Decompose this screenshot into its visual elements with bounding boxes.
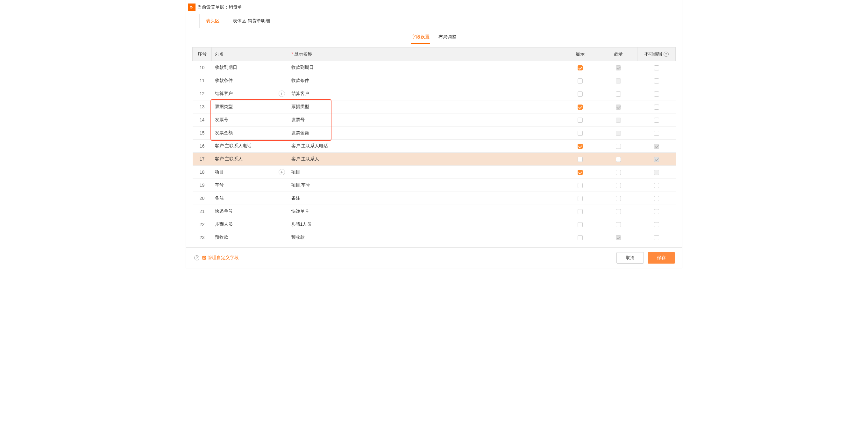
readonly-cell bbox=[638, 153, 676, 166]
show-cell bbox=[561, 101, 599, 113]
show-checkbox[interactable] bbox=[578, 118, 583, 123]
col-required: 必录 bbox=[599, 48, 638, 61]
table-row: 22步骤人员步骤1人员 bbox=[193, 218, 676, 231]
manage-custom-fields-link[interactable]: 管理自定义字段 bbox=[202, 255, 239, 261]
show-cell bbox=[561, 153, 599, 166]
show-checkbox[interactable] bbox=[578, 105, 583, 110]
show-checkbox[interactable] bbox=[578, 131, 583, 136]
readonly-checkbox[interactable] bbox=[654, 209, 659, 214]
cell-display-name[interactable]: 收款到期日 bbox=[288, 61, 561, 74]
subtab-1[interactable]: 布局调整 bbox=[438, 32, 457, 44]
footer-help-icon[interactable]: ? bbox=[194, 255, 199, 260]
required-cell bbox=[599, 113, 638, 126]
readonly-checkbox bbox=[654, 170, 659, 175]
tab-1[interactable]: 表体区-销货单明细 bbox=[226, 14, 277, 28]
add-child-button[interactable]: + bbox=[279, 169, 285, 175]
cell-display-name[interactable]: 客户.主联系人电话 bbox=[288, 140, 561, 153]
show-cell bbox=[561, 74, 599, 87]
required-checkbox bbox=[616, 78, 621, 84]
required-cell bbox=[599, 192, 638, 205]
required-checkbox[interactable] bbox=[616, 196, 621, 201]
required-checkbox[interactable] bbox=[616, 157, 621, 162]
table-row: 19车号项目.车号 bbox=[193, 179, 676, 192]
readonly-cell bbox=[638, 166, 676, 179]
show-checkbox[interactable] bbox=[578, 183, 583, 188]
cell-display-name[interactable]: 备注 bbox=[288, 192, 561, 205]
cell-display-name[interactable]: 客户.主联系人 bbox=[288, 153, 561, 166]
main-tabs: 表头区表体区-销货单明细 bbox=[186, 14, 682, 28]
cell-display-name[interactable]: 发票金额 bbox=[288, 126, 561, 140]
cell-display-name[interactable]: 步骤1人员 bbox=[288, 218, 561, 231]
cell-seq: 23 bbox=[193, 231, 212, 244]
show-checkbox[interactable] bbox=[578, 78, 583, 84]
required-cell bbox=[599, 87, 638, 101]
cell-display-name[interactable]: 项目 bbox=[288, 166, 561, 179]
show-checkbox[interactable] bbox=[578, 170, 583, 175]
readonly-checkbox[interactable] bbox=[654, 235, 659, 240]
readonly-cell bbox=[638, 218, 676, 231]
readonly-cell bbox=[638, 179, 676, 192]
cell-name: 收款到期日 bbox=[212, 61, 288, 74]
show-checkbox[interactable] bbox=[578, 65, 583, 70]
readonly-checkbox[interactable] bbox=[654, 65, 659, 70]
table-row: 13票据类型票据类型 bbox=[193, 101, 676, 113]
show-checkbox[interactable] bbox=[578, 235, 583, 240]
readonly-checkbox[interactable] bbox=[654, 222, 659, 227]
cell-name: 备注 bbox=[212, 192, 288, 205]
cell-name: 客户.主联系人 bbox=[212, 153, 288, 166]
show-cell bbox=[561, 113, 599, 126]
required-checkbox[interactable] bbox=[616, 209, 621, 214]
cell-display-name[interactable]: 预收款 bbox=[288, 231, 561, 244]
readonly-checkbox[interactable] bbox=[654, 91, 659, 96]
cell-display-name[interactable]: 收款条件 bbox=[288, 74, 561, 87]
required-checkbox[interactable] bbox=[616, 170, 621, 175]
readonly-checkbox[interactable] bbox=[654, 196, 659, 201]
required-cell bbox=[599, 101, 638, 113]
table-row: 14发票号发票号 bbox=[193, 113, 676, 126]
show-checkbox[interactable] bbox=[578, 222, 583, 227]
cell-display-name[interactable]: 票据类型 bbox=[288, 101, 561, 113]
readonly-checkbox[interactable] bbox=[654, 118, 659, 123]
readonly-cell bbox=[638, 101, 676, 113]
required-cell bbox=[599, 61, 638, 74]
show-checkbox[interactable] bbox=[578, 91, 583, 96]
cell-display-name[interactable]: 结算客户 bbox=[288, 87, 561, 101]
required-checkbox bbox=[616, 118, 621, 123]
show-checkbox[interactable] bbox=[578, 196, 583, 201]
sub-tabs: 字段设置布局调整 bbox=[186, 28, 682, 44]
cell-seq: 18 bbox=[193, 166, 212, 179]
show-cell bbox=[561, 61, 599, 74]
show-checkbox[interactable] bbox=[578, 209, 583, 214]
table-row: 11收款条件收款条件 bbox=[193, 74, 676, 87]
help-icon[interactable]: ? bbox=[663, 52, 669, 57]
table-row: 20备注备注 bbox=[193, 192, 676, 205]
cell-seq: 12 bbox=[193, 87, 212, 101]
cell-display-name[interactable]: 发票号 bbox=[288, 113, 561, 126]
table-row: 17客户.主联系人客户.主联系人 bbox=[193, 153, 676, 166]
col-name: 列名 bbox=[212, 48, 288, 61]
cell-display-name[interactable]: 项目.车号 bbox=[288, 179, 561, 192]
required-checkbox[interactable] bbox=[616, 183, 621, 188]
cell-display-name[interactable]: 快递单号 bbox=[288, 205, 561, 218]
required-checkbox[interactable] bbox=[616, 222, 621, 227]
readonly-checkbox bbox=[654, 157, 659, 162]
readonly-checkbox[interactable] bbox=[654, 131, 659, 136]
readonly-cell bbox=[638, 231, 676, 244]
expand-sidebar-button[interactable] bbox=[188, 3, 195, 11]
save-button[interactable]: 保存 bbox=[648, 252, 675, 264]
readonly-checkbox[interactable] bbox=[654, 78, 659, 84]
tab-0[interactable]: 表头区 bbox=[199, 14, 226, 28]
readonly-checkbox[interactable] bbox=[654, 105, 659, 110]
required-checkbox[interactable] bbox=[616, 144, 621, 149]
cancel-button[interactable]: 取消 bbox=[616, 252, 644, 264]
table-row: 12结算客户+结算客户 bbox=[193, 87, 676, 101]
required-checkbox[interactable] bbox=[616, 91, 621, 96]
add-child-button[interactable]: + bbox=[279, 90, 285, 97]
show-checkbox[interactable] bbox=[578, 144, 583, 149]
show-checkbox[interactable] bbox=[578, 157, 583, 162]
subtab-0[interactable]: 字段设置 bbox=[411, 32, 430, 44]
readonly-checkbox[interactable] bbox=[654, 183, 659, 188]
cell-name: 发票号 bbox=[212, 113, 288, 126]
cell-seq: 10 bbox=[193, 61, 212, 74]
required-checkbox bbox=[616, 235, 621, 240]
